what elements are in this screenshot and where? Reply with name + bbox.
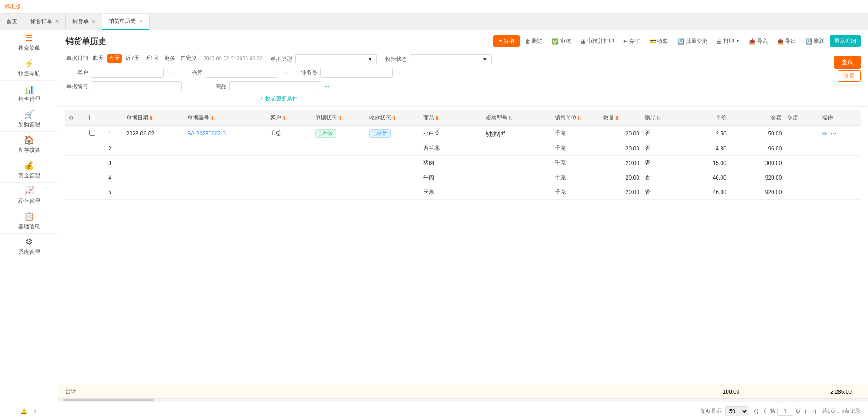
- warehouse-more-btn[interactable]: ···: [283, 70, 287, 76]
- sidebar-item-quick-nav[interactable]: ⚡ 快捷导航: [0, 55, 58, 81]
- unit-sort-icon: ⇅: [577, 115, 581, 120]
- action-icons: ✏⋯: [822, 130, 858, 137]
- import-button[interactable]: 📥 导入: [745, 35, 772, 47]
- col-price: 15.00: [674, 156, 729, 170]
- col-docno: [185, 185, 268, 200]
- sidebar-item-purchase-mgmt[interactable]: 🛒 采购管理: [0, 106, 58, 132]
- page-size-label: 每页显示: [700, 407, 722, 415]
- col-price: 4.80: [674, 141, 729, 156]
- display-detail-button[interactable]: 显示明细: [830, 35, 861, 47]
- col-docno: [185, 156, 268, 170]
- sidebar-pause-icon[interactable]: ⏸: [32, 408, 37, 415]
- shortcut-today[interactable]: 今天: [107, 54, 122, 63]
- abandon-button[interactable]: ↩ 弃审: [620, 35, 644, 47]
- row-checkbox[interactable]: [89, 130, 95, 136]
- qty-sort-icon: ⇅: [615, 115, 619, 120]
- tab-sales-history[interactable]: 销货单历史 ✕: [102, 14, 150, 30]
- col-amount: 96.00: [729, 141, 785, 156]
- collapse-filter-btn[interactable]: ∧ 收起更多条件: [259, 95, 298, 103]
- tab-sales-history-close[interactable]: ✕: [139, 18, 143, 24]
- col-header-gear[interactable]: ⚙: [65, 110, 86, 126]
- docno-input[interactable]: [91, 81, 182, 91]
- shortcut-more[interactable]: 更多: [162, 54, 177, 63]
- refresh-button[interactable]: 🔃 刷新: [802, 35, 828, 47]
- batch-change-button[interactable]: 🔄 批量变更: [674, 35, 711, 47]
- col-header-paystatus[interactable]: 收款状态⇅: [366, 110, 421, 126]
- col-header-gift[interactable]: 赠品⇅: [642, 110, 674, 126]
- edit-icon[interactable]: ✏: [822, 130, 828, 137]
- staff-input[interactable]: [320, 68, 393, 78]
- audit-button[interactable]: ✅ 审核: [548, 35, 575, 47]
- date-sort-icon: ⇅: [149, 115, 153, 120]
- sidebar-help-icon[interactable]: 🔔: [20, 408, 27, 415]
- table-row: 5 玉米 千克 20.00 否 46.00 920.00: [65, 185, 861, 200]
- col-header-spec[interactable]: 规格型号⇅: [483, 110, 552, 126]
- col-gear: [65, 141, 86, 156]
- col-date: [124, 170, 185, 185]
- paystatus-select[interactable]: ▼: [410, 54, 492, 64]
- sidebar-item-finance[interactable]: 💰 资金管理: [0, 157, 58, 183]
- shortcut-1month[interactable]: 近1月: [143, 54, 161, 63]
- audit-print-button[interactable]: 🖨 审核并打印: [577, 35, 618, 47]
- last-page-btn[interactable]: ⟩⟩: [810, 407, 818, 415]
- col-header-date[interactable]: 单据日期⇅: [124, 110, 185, 126]
- sidebar-item-sales-mgmt[interactable]: 📊 销售管理: [0, 81, 58, 106]
- doc-no-link[interactable]: SA-20230602-0: [187, 130, 226, 137]
- col-unit: 千克: [552, 156, 601, 170]
- col-gift: 否: [642, 141, 674, 156]
- col-header-action: 操作: [819, 110, 861, 126]
- col-header-docno[interactable]: 单据编号⇅: [185, 110, 268, 126]
- delete-button[interactable]: 🗑 删除: [522, 35, 547, 47]
- docno-label: 单据编号: [65, 83, 88, 90]
- col-header-qty[interactable]: 数量⇅: [601, 110, 642, 126]
- customer-more-btn[interactable]: ···: [168, 70, 173, 76]
- shortcut-7days[interactable]: 近7天: [124, 54, 141, 63]
- col-header-unit[interactable]: 销售单位⇅: [552, 110, 601, 126]
- col-checkbox: [86, 185, 106, 200]
- print-button[interactable]: 🖨 打印 ▼: [713, 35, 743, 47]
- query-button[interactable]: 查询: [834, 56, 861, 69]
- warehouse-input[interactable]: [206, 68, 278, 78]
- staff-more-btn[interactable]: ···: [397, 70, 402, 76]
- next-page-btn[interactable]: ⟩: [803, 407, 808, 415]
- prev-page-btn[interactable]: ⟨: [762, 407, 768, 415]
- date-range-display: 2023-06-02 至 2023-06-02: [203, 55, 262, 62]
- tab-sales-delivery[interactable]: 销货单 ✕: [66, 14, 102, 30]
- col-header-product[interactable]: 商品⇅: [421, 110, 483, 126]
- col-header-customer[interactable]: 客户⇅: [267, 110, 312, 126]
- page-number-input[interactable]: [777, 407, 793, 416]
- first-page-btn[interactable]: ⟨⟨: [752, 407, 760, 415]
- product-input[interactable]: [229, 81, 320, 91]
- doctype-label: 单据类型: [270, 55, 292, 63]
- sidebar-item-inventory[interactable]: 🏠 库存核算: [0, 132, 58, 157]
- tab-sales-delivery-close[interactable]: ✕: [91, 19, 95, 25]
- sidebar-item-operations[interactable]: 📈 经营管理: [0, 183, 58, 208]
- settings-button[interactable]: 设置: [838, 70, 861, 82]
- sidebar-item-search-menu[interactable]: ☰ 搜索菜单: [0, 30, 58, 55]
- export-button[interactable]: 📤 导出: [773, 35, 800, 47]
- page-size-select[interactable]: 50 10 20 100: [725, 406, 748, 416]
- col-unit: 千克: [552, 170, 601, 185]
- sidebar-item-sys-mgmt[interactable]: ⚙ 系统管理: [0, 234, 58, 259]
- sidebar-item-basic-info[interactable]: 📋 基础信息: [0, 208, 58, 234]
- col-gear: [65, 126, 86, 141]
- tab-sales-order[interactable]: 销售订单 ✕: [24, 14, 66, 30]
- select-all-checkbox[interactable]: [89, 115, 95, 120]
- filter-row-3: 单据编号 商品 ···: [65, 81, 492, 91]
- tab-home[interactable]: 首页: [0, 14, 24, 30]
- col-date: [124, 185, 185, 200]
- paystatus-sort-icon: ⇅: [392, 115, 396, 120]
- doctype-select[interactable]: ▼: [295, 54, 377, 64]
- col-header-docstatus[interactable]: 单据状态⇅: [312, 110, 366, 126]
- new-button[interactable]: + 新增: [493, 35, 520, 47]
- more-icon[interactable]: ⋯: [830, 130, 837, 137]
- pagination-bar: 每页显示 50 10 20 100 ⟨⟨ ⟨ 第 页 ⟩ ⟩⟩ 共1页，5条记录: [58, 402, 868, 420]
- collect-button[interactable]: 💳 收款: [646, 35, 672, 47]
- shortcut-yesterday[interactable]: 昨天: [91, 54, 105, 63]
- customer-input[interactable]: [91, 68, 164, 78]
- tab-sales-order-close[interactable]: ✕: [55, 19, 59, 25]
- shortcut-custom[interactable]: 自定义: [179, 54, 199, 63]
- col-unit: 千克: [552, 141, 601, 156]
- product-more-btn[interactable]: ···: [325, 83, 329, 90]
- customer-sort-icon: ⇅: [282, 115, 286, 120]
